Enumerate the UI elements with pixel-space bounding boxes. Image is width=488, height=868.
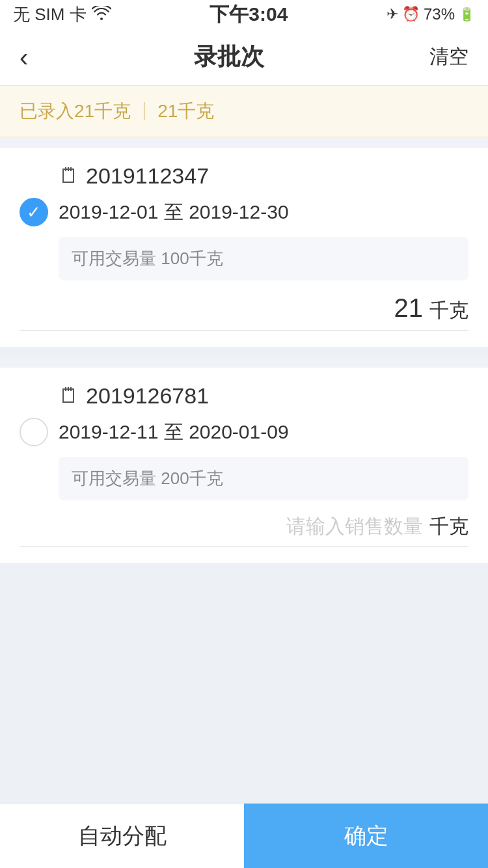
- bottom-buttons: 自动分配 确定: [0, 803, 488, 868]
- batch-card-2: 🗒 2019126781 2019-12-11 至 2020-01-09 可用交…: [0, 368, 488, 563]
- batch-card-1: 🗒 2019112347 ✓ 2019-12-01 至 2019-12-30 可…: [0, 148, 488, 347]
- batch-2-input-placeholder: 请输入销售数量: [286, 513, 423, 540]
- location-icon: ✈: [386, 6, 398, 23]
- batch-1-check-icon: ✓: [27, 204, 41, 221]
- batch-2-date: 2019-12-11 至 2020-01-09: [59, 419, 289, 446]
- confirm-label: 确定: [344, 821, 388, 851]
- batch-1-quantity-value: 21: [394, 293, 424, 323]
- batch-1-available-text: 可用交易量 100千克: [72, 249, 223, 268]
- content-area: 🗒 2019112347 ✓ 2019-12-01 至 2019-12-30 可…: [0, 137, 488, 854]
- page-title: 录批次: [194, 41, 264, 73]
- status-left: 无 SIM 卡: [13, 3, 111, 26]
- batch-card-2-inner: 🗒 2019126781 2019-12-11 至 2020-01-09 可用交…: [0, 368, 488, 500]
- batch-2-date-row[interactable]: 2019-12-11 至 2020-01-09: [20, 418, 468, 446]
- batch-2-bottom-space: [0, 547, 488, 563]
- batch-1-radio[interactable]: ✓: [20, 198, 48, 226]
- battery-label: 73%: [424, 5, 455, 23]
- auto-distribute-button[interactable]: 自动分配: [0, 804, 244, 868]
- recorded-text: 已录入21千克: [20, 99, 131, 124]
- batch-2-id: 2019126781: [86, 383, 209, 409]
- batch-1-quantity-unit: 千克: [429, 297, 468, 324]
- status-right: ✈ ⏰ 73% 🔋: [386, 5, 475, 23]
- batch-2-available-text: 可用交易量 200千克: [72, 468, 223, 488]
- batch-1-date-row[interactable]: ✓ 2019-12-01 至 2019-12-30: [20, 198, 468, 226]
- batch-1-bottom-space: [0, 331, 488, 347]
- summary-amount: 21千克: [157, 99, 214, 124]
- confirm-button[interactable]: 确定: [244, 804, 488, 868]
- batch-1-id: 2019112347: [86, 163, 209, 189]
- alarm-icon: ⏰: [402, 6, 420, 23]
- status-time: 下午3:04: [210, 1, 288, 28]
- batch-1-date: 2019-12-01 至 2019-12-30: [59, 199, 289, 226]
- batch-2-id-row: 🗒 2019126781: [20, 383, 468, 409]
- status-bar: 无 SIM 卡 下午3:04 ✈ ⏰ 73% 🔋: [0, 0, 488, 29]
- batch-2-input-unit: 千克: [429, 513, 468, 540]
- wifi-icon: [92, 5, 111, 25]
- nav-bar: ‹ 录批次 清空: [0, 29, 488, 86]
- batch-2-input-row[interactable]: 请输入销售数量 千克: [0, 500, 488, 540]
- batch-card-1-inner: 🗒 2019112347 ✓ 2019-12-01 至 2019-12-30 可…: [0, 148, 488, 280]
- back-button[interactable]: ‹: [20, 44, 28, 70]
- batch-2-radio[interactable]: [20, 418, 48, 446]
- batch-2-doc-icon: 🗒: [59, 384, 79, 408]
- summary-divider: [144, 102, 144, 120]
- summary-banner: 已录入21千克 21千克: [0, 86, 488, 137]
- clear-button[interactable]: 清空: [429, 44, 468, 70]
- auto-distribute-label: 自动分配: [78, 821, 167, 851]
- batch-1-id-row: 🗒 2019112347: [20, 163, 468, 189]
- batch-1-available: 可用交易量 100千克: [59, 237, 468, 280]
- card-divider: [0, 347, 488, 357]
- batch-2-available: 可用交易量 200千克: [59, 457, 468, 500]
- batch-1-quantity-row: 21 千克: [0, 280, 488, 324]
- sim-label: 无 SIM 卡: [13, 3, 87, 26]
- battery-icon: 🔋: [459, 7, 475, 22]
- batch-1-doc-icon: 🗒: [59, 164, 79, 188]
